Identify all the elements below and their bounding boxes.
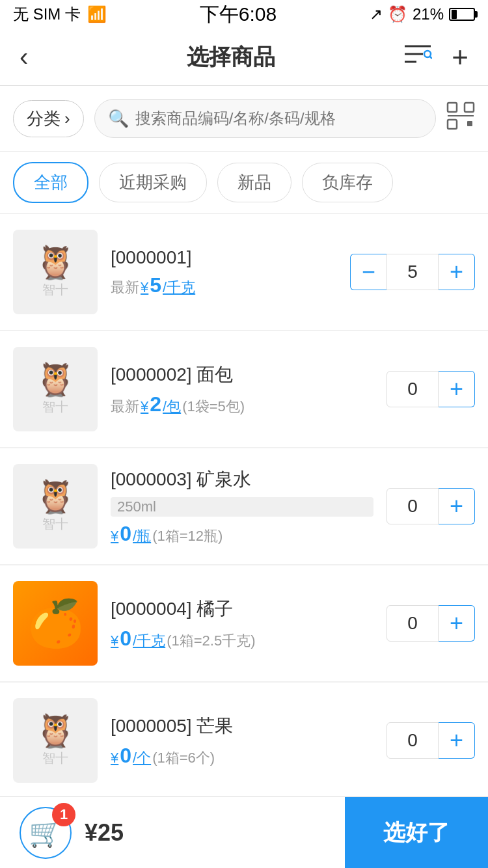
- product-image-0000002: 🦉 智十: [13, 347, 98, 431]
- product-image-0000001: 🦉 智十: [13, 230, 98, 314]
- qty-plus-button[interactable]: +: [439, 722, 475, 759]
- list-item: 🦉 智十 [0000001] 最新 ¥ 5 /千克 − +: [0, 214, 488, 330]
- search-box: 🔍: [94, 99, 436, 138]
- qty-plus-button[interactable]: +: [439, 605, 475, 642]
- product-name: [0000005] 芒果: [111, 714, 373, 739]
- battery-icon: [449, 8, 475, 21]
- wifi-icon: 📶: [87, 5, 107, 23]
- qty-input[interactable]: [386, 488, 439, 524]
- product-price: ¥ 0 /个 (1箱=6个): [111, 744, 373, 768]
- product-info-0000005: [0000005] 芒果 ¥ 0 /个 (1箱=6个): [111, 714, 373, 768]
- cart-badge: 1: [52, 803, 75, 826]
- product-info-0000004: [0000004] 橘子 ¥ 0 /千克 (1箱=2.5千克): [111, 597, 373, 651]
- svg-rect-9: [467, 121, 472, 126]
- qty-input[interactable]: [386, 722, 439, 759]
- qty-plus-button[interactable]: +: [439, 488, 475, 524]
- svg-rect-5: [448, 103, 457, 112]
- product-spec: 250ml: [111, 497, 373, 517]
- product-name: [0000002] 面包: [111, 362, 373, 387]
- owl-text: 智十: [42, 281, 68, 299]
- alarm-icon: ⏰: [388, 5, 407, 23]
- product-price: ¥ 0 /千克 (1箱=2.5千克): [111, 627, 373, 651]
- filter-icon[interactable]: [403, 42, 432, 72]
- svg-line-4: [429, 56, 432, 59]
- owl-icon: 🦉: [35, 480, 75, 513]
- filter-bar: 分类 › 🔍: [0, 86, 488, 152]
- list-item: 🦉 智十 [0000002] 面包 最新 ¥ 2 /包 (1袋=5包) +: [0, 331, 488, 447]
- status-right: ↗ ⏰ 21%: [370, 5, 475, 23]
- category-button[interactable]: 分类 ›: [13, 100, 84, 137]
- qty-control-0000003: +: [386, 488, 475, 524]
- product-image-0000005: 🦉 智十: [13, 698, 98, 783]
- location-icon: ↗: [370, 5, 383, 23]
- tab-bar: 全部 近期采购 新品 负库存: [0, 152, 488, 214]
- list-item: 🦉 智十 [0000005] 芒果 ¥ 0 /个 (1箱=6个) +: [0, 683, 488, 798]
- qty-input[interactable]: [386, 371, 439, 407]
- svg-rect-7: [448, 120, 457, 129]
- tab-negative[interactable]: 负库存: [302, 163, 393, 202]
- add-button[interactable]: +: [452, 41, 468, 74]
- cart-button[interactable]: 🛒 1: [20, 807, 72, 859]
- product-info-0000003: [0000003] 矿泉水 250ml ¥ 0 /瓶 (1箱=12瓶): [111, 467, 373, 546]
- owl-text: 智十: [42, 515, 68, 533]
- qty-control-0000005: +: [386, 722, 475, 759]
- placeholder-image: 🦉 智十: [13, 698, 98, 783]
- qty-minus-button[interactable]: −: [350, 254, 386, 290]
- qty-plus-button[interactable]: +: [439, 371, 475, 407]
- category-label: 分类: [27, 107, 61, 130]
- scan-icon[interactable]: [446, 102, 475, 136]
- carrier-text: 无 SIM 卡: [13, 4, 81, 25]
- qty-input[interactable]: [386, 605, 439, 642]
- tab-all[interactable]: 全部: [13, 162, 88, 203]
- product-price: 最新 ¥ 2 /包 (1袋=5包): [111, 392, 373, 416]
- status-left: 无 SIM 卡 📶: [13, 4, 107, 25]
- product-name: [0000001]: [111, 247, 337, 268]
- qty-plus-button[interactable]: +: [439, 254, 475, 290]
- qty-control-0000001: − +: [350, 254, 475, 290]
- owl-text: 智十: [42, 398, 68, 416]
- placeholder-image: 🦉 智十: [13, 464, 98, 549]
- back-button[interactable]: ‹: [20, 42, 59, 72]
- product-image-0000003: 🦉 智十: [13, 464, 98, 549]
- owl-icon: 🦉: [35, 714, 75, 747]
- product-price: 最新 ¥ 5 /千克: [111, 273, 337, 297]
- status-time: 下午6:08: [200, 1, 277, 28]
- cart-total: ¥25: [85, 819, 124, 847]
- placeholder-image: 🦉 智十: [13, 230, 98, 314]
- product-list: 🦉 智十 [0000001] 最新 ¥ 5 /千克 − +: [0, 214, 488, 868]
- page-title: 选择商品: [187, 42, 275, 72]
- product-info-0000001: [0000001] 最新 ¥ 5 /千克: [111, 247, 337, 297]
- search-input[interactable]: [135, 109, 422, 128]
- confirm-button[interactable]: 选好了: [345, 797, 488, 869]
- product-image-0000004: 🍊: [13, 581, 98, 666]
- cart-section: 🛒 1 ¥25: [0, 807, 345, 859]
- list-item: 🦉 智十 [0000003] 矿泉水 250ml ¥ 0 /瓶 (1箱=12瓶)…: [0, 448, 488, 564]
- tab-recent[interactable]: 近期采购: [99, 163, 207, 202]
- category-arrow-icon: ›: [64, 109, 70, 129]
- qty-input[interactable]: [386, 254, 439, 290]
- tab-new[interactable]: 新品: [217, 163, 291, 202]
- nav-actions: +: [403, 41, 468, 74]
- product-name: [0000003] 矿泉水: [111, 467, 373, 492]
- bottom-bar: 🛒 1 ¥25 选好了: [0, 796, 488, 868]
- svg-rect-6: [465, 103, 474, 112]
- qty-control-0000002: +: [386, 371, 475, 407]
- list-item: 🍊 [0000004] 橘子 ¥ 0 /千克 (1箱=2.5千克) +: [0, 565, 488, 681]
- status-bar: 无 SIM 卡 📶 下午6:08 ↗ ⏰ 21%: [0, 0, 488, 29]
- qty-control-0000004: +: [386, 605, 475, 642]
- owl-icon: 🦉: [35, 363, 75, 396]
- placeholder-image: 🦉 智十: [13, 347, 98, 431]
- battery-percent: 21%: [413, 5, 444, 23]
- nav-bar: ‹ 选择商品 +: [0, 29, 488, 86]
- product-price: ¥ 0 /瓶 (1箱=12瓶): [111, 522, 373, 546]
- search-icon: 🔍: [108, 109, 129, 129]
- owl-text: 智十: [42, 750, 68, 767]
- product-name: [0000004] 橘子: [111, 597, 373, 621]
- product-info-0000002: [0000002] 面包 最新 ¥ 2 /包 (1袋=5包): [111, 362, 373, 416]
- owl-icon: 🦉: [35, 246, 75, 278]
